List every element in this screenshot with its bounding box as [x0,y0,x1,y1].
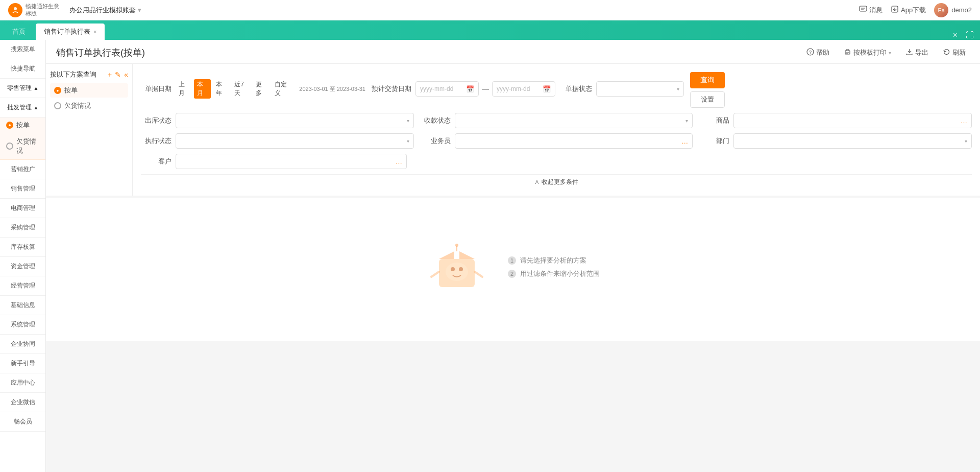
customer-dots[interactable]: … [396,158,402,166]
shortcut-custom[interactable]: 自定义 [272,79,293,99]
sidebar-item-retail[interactable]: 零售管理 ▲ [0,79,45,98]
delivery-status-label: 出库状态 [141,116,172,125]
salesperson-select[interactable]: … [455,133,693,149]
print-btn[interactable]: 按模板打印 ▾ [840,46,895,59]
sidebar-item-apps[interactable]: 应用中心 [0,373,45,393]
scheme-order-label: 按单 [64,86,78,95]
expected-delivery-group: 预计交货日期 yyyy-mm-dd 📅 — yyyy-mm-dd 📅 [372,81,555,97]
delivery-status-select[interactable]: ▾ [176,113,414,128]
main-layout: 搜索菜单 快捷导航 零售管理 ▲ 批发管理 ▲ ● 按单 欠货情况 营销推广 销… [0,40,980,472]
active-tab-label: 销售订单执行表 [44,27,90,36]
department-group: 部门 ▾ [699,133,972,149]
logo-icon [8,3,22,17]
filter-row-1: 单据日期 上月 本月 本年 近7天 更多 自定义 2023-03-01 至 20… [141,70,972,108]
tab-active[interactable]: 销售订单执行表 × [36,23,105,40]
sidebar-item-wholesale[interactable]: 批发管理 ▲ [0,98,45,117]
date-to-input[interactable]: yyyy-mm-dd 📅 [492,81,555,97]
help-label: 帮助 [816,48,829,57]
sidebar-item-purchase[interactable]: 采购管理 [0,218,45,238]
filter-row-4: 客户 … [141,154,972,169]
product-select[interactable]: … [733,113,972,128]
collapse-up-icon: ∧ [534,178,540,185]
sidebar-item-inventory[interactable]: 库存核算 [0,238,45,257]
filter-form: 单据日期 上月 本月 本年 近7天 更多 自定义 2023-03-01 至 20… [133,64,980,196]
page-actions: ? 帮助 按模板打印 ▾ [802,46,970,59]
wholesale-arrow-icon: ▲ [34,105,39,110]
sidebar-search[interactable]: 搜索菜单 [0,40,45,59]
breadcrumb: 办公用品行业模拟账套 ▾ [69,6,141,15]
tab-close-icon[interactable]: × [93,29,96,35]
collection-status-select[interactable]: ▾ [455,113,693,128]
scheme-edit-btn[interactable]: ✎ [115,70,121,79]
shortcut-this-year[interactable]: 本年 [213,79,229,99]
export-btn[interactable]: 导出 [901,46,933,59]
help-icon: ? [806,48,814,57]
refresh-label: 刷新 [952,48,966,57]
empty-illustration [426,239,487,300]
product-group: 商品 … [699,113,972,128]
app-download-action[interactable]: App下载 [891,5,926,15]
shortcut-7days[interactable]: 近7天 [231,79,251,99]
sidebar-item-ecommerce[interactable]: 电商管理 [0,199,45,218]
doc-status-select[interactable]: ▾ [596,81,684,97]
logo-area: 畅捷通好生意 标版 [8,3,59,17]
doc-status-label: 单据状态 [561,84,592,93]
window-close-btn[interactable]: × [951,31,960,40]
scheme-collapse-btn[interactable]: « [124,70,128,79]
sidebar-item-wechat[interactable]: 企业微信 [0,393,45,412]
customer-select[interactable]: … [176,154,407,169]
tab-home[interactable]: 首页 [4,23,34,40]
search-button[interactable]: 查询 [690,72,725,88]
scheme-item-order[interactable]: ● 按单 [50,83,128,98]
date-range-display: 2023-03-01 至 2023-03-31 [299,85,365,93]
breadcrumb-text: 办公用品行业模拟账套 [69,6,136,15]
retail-label: 零售管理 [7,84,32,92]
department-select[interactable]: ▾ [733,133,972,149]
execution-status-group: 执行状态 ▾ [141,133,414,149]
scheme-panel: 按以下方案查询 + ✎ « ● 按单 欠货情况 [46,64,133,196]
content-area: 销售订单执行表(按单) ? 帮助 [46,40,980,472]
date-to-icon: 📅 [543,85,551,93]
hint-1-num: 1 [508,256,516,265]
sidebar-sub-order[interactable]: ● 按单 [0,117,45,133]
date-from-input[interactable]: yyyy-mm-dd 📅 [415,81,479,97]
sidebar-quick-nav[interactable]: 快捷导航 [0,59,45,79]
sidebar-item-sales[interactable]: 销售管理 [0,179,45,199]
sidebar-item-newbie[interactable]: 新手引导 [0,354,45,373]
user-area[interactable]: Ea demo2 [934,3,972,17]
sidebar-item-finance[interactable]: 资金管理 [0,257,45,276]
window-max-btn[interactable]: ⛶ [964,31,976,40]
retail-arrow-icon: ▲ [34,85,39,91]
expected-delivery-label: 预计交货日期 [372,84,411,93]
shortcut-this-month[interactable]: 本月 [194,79,210,99]
app-download-label: App下载 [901,6,926,15]
sidebar-item-operation[interactable]: 经营管理 [0,276,45,296]
svg-point-9 [459,267,463,271]
salesperson-dots[interactable]: … [681,137,688,145]
sidebar-item-enterprise[interactable]: 企业协同 [0,335,45,354]
collapse-bar[interactable]: ∧ 收起更多条件 [141,174,972,190]
doc-status-group: 单据状态 ▾ [561,81,684,97]
help-btn[interactable]: ? 帮助 [802,46,834,59]
product-dots[interactable]: … [961,117,967,125]
sidebar-item-member[interactable]: 畅会员 [0,412,45,432]
sidebar-sub-shortage[interactable]: 欠货情况 [0,134,45,158]
sidebar-item-system[interactable]: 系统管理 [0,315,45,335]
refresh-btn[interactable]: 刷新 [939,46,970,59]
settings-button[interactable]: 设置 [690,91,725,108]
collection-status-label: 收款状态 [420,116,451,125]
shortcut-last-month[interactable]: 上月 [176,79,192,99]
execution-status-select[interactable]: ▾ [176,133,414,149]
message-action[interactable]: 消息 [859,5,883,15]
date-separator: — [481,85,490,93]
message-icon [859,5,867,15]
product-label: 商品 [699,116,729,125]
breadcrumb-arrow-icon[interactable]: ▾ [138,6,141,14]
scheme-item-shortage[interactable]: 欠货情况 [50,99,128,113]
sidebar-item-basic[interactable]: 基础信息 [0,296,45,315]
sidebar-item-marketing[interactable]: 营销推广 [0,160,45,179]
filter-row-3: 执行状态 ▾ 业务员 … 部门 [141,133,972,149]
scheme-add-btn[interactable]: + [108,70,112,79]
shortcut-more[interactable]: 更多 [253,79,269,99]
svg-point-8 [451,267,455,271]
